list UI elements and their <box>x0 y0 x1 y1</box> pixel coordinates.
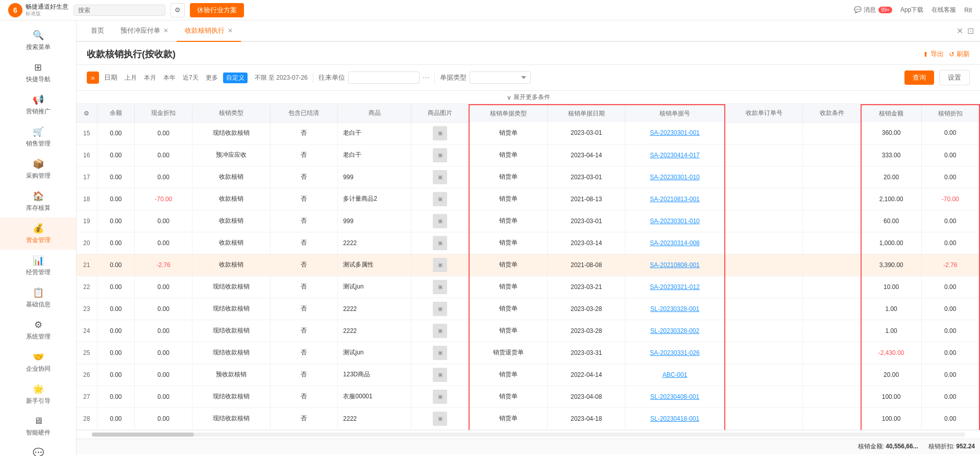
table-row[interactable]: 28 0.00 0.00 现结收款核销 否 2222 ▣ 销货单 2023-04… <box>77 407 979 429</box>
close-window-icon[interactable]: ✕ <box>957 26 963 36</box>
row-cash-discount: -2.76 <box>135 254 192 276</box>
row-cash-discount: 0.00 <box>135 407 192 429</box>
sidebar-item-search[interactable]: 🔍 搜索菜单 <box>0 25 76 57</box>
table-settings-btn[interactable]: 设置 <box>939 70 970 85</box>
sidebar-item-smart-hw[interactable]: 🖥 智能硬件 <box>0 411 76 442</box>
row-bill-no[interactable]: SL-20230328-001 <box>625 298 725 320</box>
goods-image-cell: ▣ <box>411 276 469 298</box>
row-id: 20 <box>77 232 97 254</box>
table-row[interactable]: 22 0.00 0.00 现结收款核销 否 测试jun ▣ 销货单 2023-0… <box>77 276 979 298</box>
filter-expand-btn[interactable]: » <box>87 71 99 84</box>
sidebar-item-base-info[interactable]: 📋 基础信息 <box>0 282 76 314</box>
row-bill-no[interactable]: SA-20230321-012 <box>625 276 725 298</box>
row-verify-amount: 2,100.00 <box>861 188 921 210</box>
table-row[interactable]: 19 0.00 0.00 收款核销 否 999 ▣ 销货单 2023-03-01… <box>77 210 979 232</box>
sidebar-label-purchase: 采购管理 <box>26 172 51 180</box>
row-bill-no[interactable]: SL-20230418-001 <box>625 407 725 429</box>
table-row[interactable]: 24 0.00 0.00 现结收款核销 否 2222 ▣ 销货单 2023-03… <box>77 320 979 342</box>
table-row[interactable]: 26 0.00 0.00 预收款核销 否 123D商品 ▣ 销货单 2022-0… <box>77 364 979 386</box>
footer-verify-discount: 核销折扣: 952.24 <box>928 442 975 451</box>
tab-prepay[interactable]: 预付冲应付单 ✕ <box>112 20 177 42</box>
row-bill-no[interactable]: ABC-001 <box>625 364 725 386</box>
sidebar-item-business[interactable]: 📊 经营管理 <box>0 250 76 282</box>
row-balance: 0.00 <box>97 386 135 407</box>
row-bill-no[interactable]: SA-20230314-008 <box>625 232 725 254</box>
row-verify-discount: 0.00 <box>921 298 979 320</box>
table-row[interactable]: 18 0.00 -70.00 收款核销 否 多计量商品2 ▣ 销货单 2021-… <box>77 188 979 210</box>
row-bill-no[interactable]: SL-20230408-001 <box>625 386 725 407</box>
date-this-month[interactable]: 本月 <box>142 73 158 83</box>
expand-more-btn[interactable]: ∨ 展开更多条件 <box>507 93 550 102</box>
sidebar-label-enterprise: 企业协同 <box>26 365 51 373</box>
date-7days[interactable]: 近7天 <box>181 73 201 83</box>
table-row[interactable]: 23 0.00 0.00 现结收款核销 否 2222 ▣ 销货单 2023-03… <box>77 298 979 320</box>
export-btn[interactable]: ⬆ 导出 <box>923 50 944 59</box>
table-row[interactable]: 17 0.00 0.00 收款核销 否 999 ▣ 销货单 2023-03-01… <box>77 166 979 188</box>
sidebar-item-system[interactable]: ⚙ 系统管理 <box>0 314 76 346</box>
row-id: 18 <box>77 188 97 210</box>
sidebar-item-enterprise[interactable]: 🤝 企业协同 <box>0 346 76 378</box>
row-verify-type: 现结收款核销 <box>192 386 270 407</box>
row-bill-no[interactable]: SA-20210808-001 <box>625 254 725 276</box>
row-balance: 0.00 <box>97 320 135 342</box>
table-row[interactable]: 27 0.00 0.00 现结收款核销 否 衣服00001 ▣ 销货单 2023… <box>77 386 979 407</box>
row-balance: 0.00 <box>97 254 135 276</box>
horizontal-scrollbar[interactable] <box>92 433 965 437</box>
row-goods: 123D商品 <box>338 364 411 386</box>
partner-dots[interactable]: ··· <box>423 73 429 82</box>
bill-type-select[interactable] <box>470 71 531 84</box>
sidebar-item-wechat[interactable]: 💬 企业微信 <box>0 442 76 456</box>
date-this-year[interactable]: 本年 <box>161 73 178 83</box>
col-settings[interactable]: ⚙ <box>77 105 97 122</box>
row-goods: 多计量商品2 <box>338 188 411 210</box>
sidebar-label-business: 经营管理 <box>26 268 51 277</box>
table-row[interactable]: 15 0.00 0.00 现结收款核销 否 老白干 ▣ 销货单 2023-03-… <box>77 122 979 144</box>
row-bill-no[interactable]: SL-20230328-002 <box>625 320 725 342</box>
sidebar-label-marketing: 营销推广 <box>26 107 51 116</box>
industry-btn[interactable]: 休验行业方案 <box>190 3 244 17</box>
date-custom[interactable]: 自定义 <box>223 73 248 83</box>
settings-icon[interactable]: ⚙ <box>170 3 185 17</box>
guide-icon: 🌟 <box>33 383 44 395</box>
row-bill-type: 销货单 <box>469 320 547 342</box>
row-receipt-order <box>725 342 803 364</box>
tab-prepay-label: 预付冲应付单 <box>120 26 160 35</box>
row-receipt-order <box>725 144 803 166</box>
row-bill-no[interactable]: SA-20230301-010 <box>625 166 725 188</box>
sidebar-item-inventory[interactable]: 🏠 库存核算 <box>0 185 76 218</box>
maximize-window-icon[interactable]: ⊡ <box>967 26 974 36</box>
app-download-btn[interactable]: App下载 <box>900 6 923 14</box>
sidebar-item-quick-nav[interactable]: ⊞ 快捷导航 <box>0 57 76 89</box>
sidebar-item-funds[interactable]: 💰 资金管理 <box>0 218 76 250</box>
table-row[interactable]: 16 0.00 0.00 预冲应应收 否 老白干 ▣ 销货单 2023-04-1… <box>77 144 979 166</box>
online-service-btn[interactable]: 在线客服 <box>932 6 956 14</box>
row-bill-no[interactable]: SA-20230414-017 <box>625 144 725 166</box>
row-receipt-condition <box>803 364 861 386</box>
sidebar-item-guide[interactable]: 🌟 新手引导 <box>0 378 76 411</box>
table-row[interactable]: 25 0.00 0.00 现结收款核销 否 测试jun ▣ 销货退货单 2023… <box>77 342 979 364</box>
query-btn[interactable]: 查询 <box>904 70 934 85</box>
sidebar-item-purchase[interactable]: 📦 采购管理 <box>0 153 76 185</box>
sidebar-item-marketing[interactable]: 📢 营销推广 <box>0 89 76 121</box>
sidebar-item-sales[interactable]: 🛒 销售管理 <box>0 121 76 153</box>
row-bill-no[interactable]: SA-20230301-001 <box>625 122 725 144</box>
row-id: 24 <box>77 320 97 342</box>
table-row[interactable]: 20 0.00 0.00 收款核销 否 2222 ▣ 销货单 2023-03-1… <box>77 232 979 254</box>
messages-btn[interactable]: 💬 消息 99+ <box>854 6 892 14</box>
row-bill-no[interactable]: SA-20230331-026 <box>625 342 725 364</box>
tab-receivable[interactable]: 收款核销执行 ✕ <box>177 20 241 42</box>
tab-prepay-close[interactable]: ✕ <box>163 27 168 34</box>
table-container: ⚙ 余额 现金折扣 核销类型 包含已结清 商品 商品图片 核销单据类型 核销单据… <box>77 104 980 456</box>
table-row[interactable]: 21 0.00 -2.76 收款核销 否 测试多属性 ▣ 销货单 2021-08… <box>77 254 979 276</box>
row-include-settled: 否 <box>270 320 338 342</box>
date-more[interactable]: 更多 <box>204 73 220 83</box>
refresh-btn[interactable]: ↺ 刷新 <box>949 50 970 59</box>
tab-receivable-close[interactable]: ✕ <box>228 27 233 34</box>
partner-input[interactable] <box>348 71 420 84</box>
tab-home[interactable]: 首页 <box>83 20 112 42</box>
page-title: 收款核销执行(按收款) <box>87 48 176 60</box>
row-bill-no[interactable]: SA-20210813-001 <box>625 188 725 210</box>
date-last-month[interactable]: 上月 <box>122 73 139 83</box>
global-search-input[interactable] <box>74 5 165 16</box>
row-bill-no[interactable]: SA-20230301-010 <box>625 210 725 232</box>
